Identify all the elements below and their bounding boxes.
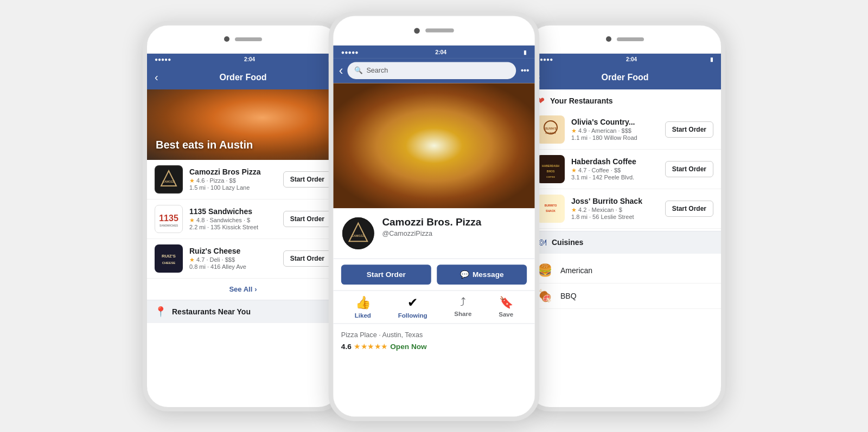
svg-text:1135: 1135 (159, 214, 178, 223)
restaurant-addr-ruiz: 0.8 mi · 416 Alley Ave (189, 263, 277, 270)
logo-ruiz: RUIZ'S CHEESE (155, 244, 183, 273)
restaurant-item-olivia: OLIVIA'S COUNTRY Olivia's Country... ★ 4… (529, 110, 721, 150)
restaurant-info-burrito: Joss' Burrito Shack ★ 4.2 · Mexican · $ … (571, 197, 659, 220)
more-button-center[interactable]: ••• (521, 66, 529, 75)
share-icon: ⤴ (460, 295, 466, 308)
cuisine-bbq[interactable]: 🍖 BBQ (529, 283, 721, 309)
svg-text:OLIVIA'S: OLIVIA'S (545, 127, 557, 130)
restaurant-meta-1135: ★ 4.8 · Sandwiches · $ (189, 217, 277, 224)
logo-olivia: OLIVIA'S COUNTRY (537, 115, 565, 144)
restaurants-near-you-section: 📍 Restaurants Near You (147, 300, 339, 323)
time-left: 2:04 (244, 56, 255, 62)
liked-icon: 👍 (355, 295, 371, 310)
hero-left: Best eats in Austin (147, 89, 339, 160)
start-order-camozzi[interactable]: Start Order (283, 171, 331, 188)
your-restaurants-label: Your Restaurants (550, 96, 613, 105)
start-order-ruiz[interactable]: Start Order (283, 250, 331, 267)
restaurant-name-ruiz: Ruiz's Cheese (189, 247, 277, 255)
restaurant-item-1135: 1135 SANDWICHES 1135 Sandwiches ★ 4.8 · … (147, 199, 339, 239)
start-order-olivia[interactable]: Start Order (665, 121, 713, 138)
pizza-footer: Pizza Place · Austin, Texas 4.6 ★★★★★ Op… (333, 324, 535, 357)
nav-bar-right: ‹ Order Food (529, 66, 721, 89)
nav-title-right: Order Food (601, 73, 648, 82)
message-button-center[interactable]: 💬 Message (437, 265, 527, 285)
restaurant-info-olivia: Olivia's Country... ★ 4.9 · American · $… (571, 118, 659, 141)
restaurant-info-1135: 1135 Sandwiches ★ 4.8 · Sandwiches · $ 2… (189, 207, 277, 230)
status-bar-left: ●●●●● 2:04 ▮ (147, 54, 339, 66)
phone-right: ●●●●● 2:04 ▮ ‹ Order Food ❤ Your Restaur… (525, 21, 725, 411)
restaurant-meta-haberdash: ★ 4.7 · Coffee · $$ (571, 167, 659, 174)
restaurant-addr-camozzi: 1.5 mi · 100 Lazy Lane (189, 184, 277, 191)
back-button-center[interactable]: ‹ (339, 63, 343, 78)
following-button[interactable]: ✔ Following (398, 295, 427, 318)
liked-button[interactable]: 👍 Liked (355, 295, 371, 318)
hero-text-left: Best eats in Austin (156, 139, 253, 151)
time-center: 2:04 (435, 48, 446, 55)
following-label: Following (398, 312, 427, 319)
share-button[interactable]: ⤴ Share (454, 295, 471, 318)
restaurant-name-1135: 1135 Sandwiches (189, 207, 277, 216)
cuisine-american[interactable]: 🍔 American (529, 258, 721, 283)
action-buttons-center: Start Order 💬 Message (333, 259, 535, 291)
speaker-center (425, 28, 454, 32)
search-bar-center[interactable]: 🔍 Search (348, 62, 516, 79)
restaurant-info-ruiz: Ruiz's Cheese ★ 4.7 · Deli · $$$ 0.8 mi … (189, 247, 277, 270)
time-right: 2:04 (626, 56, 637, 62)
restaurant-name-olivia: Olivia's Country... (571, 118, 659, 126)
pizza-info: Camozzi Bros. Pizza @CamozziPizza (382, 216, 481, 237)
see-all-button[interactable]: See All › (147, 279, 339, 300)
status-bar-right: ●●●●● 2:04 ▮ (529, 54, 721, 66)
restaurant-meta-ruiz: ★ 4.7 · Deli · $$$ (189, 256, 277, 263)
pizza-visual (333, 83, 535, 208)
restaurant-addr-1135: 2.2 mi · 135 Kissick Street (189, 224, 277, 230)
reaction-bar: 👍 Liked ✔ Following ⤴ Share 🔖 Save (333, 291, 535, 324)
battery-right: ▮ (710, 56, 713, 62)
logo-burrito: BURRITO SHACK (537, 195, 565, 223)
bbq-label: BBQ (560, 292, 577, 300)
camera-left (224, 36, 229, 42)
restaurant-name-haberdash: Haberdash Coffee (571, 157, 659, 166)
svg-text:BURRITO: BURRITO (545, 204, 557, 207)
restaurant-addr-haberdash: 3.1 mi · 142 Peele Blvd. (571, 174, 659, 180)
start-order-burrito[interactable]: Start Order (665, 201, 713, 217)
camera-right (606, 36, 611, 42)
phone-center: ●●●●● 2:04 ▮ ‹ 🔍 Search ••• (329, 11, 540, 421)
start-order-center-button[interactable]: Start Order (341, 265, 431, 285)
restaurant-name-camozzi: Camozzi Bros Pizza (189, 167, 277, 176)
cuisines-label: Cuisines (552, 238, 583, 247)
nav-bar-left: ‹ Order Food (147, 66, 339, 89)
scene: ●●●●● 2:04 ▮ ‹ Order Food Best eats in A… (0, 0, 868, 432)
save-button[interactable]: 🔖 Save (499, 295, 513, 318)
search-label: Search (366, 66, 388, 74)
screen-left: ●●●●● 2:04 ▮ ‹ Order Food Best eats in A… (147, 54, 339, 407)
pizza-logo: CAMOZZI (341, 216, 375, 250)
svg-text:CHEESE: CHEESE (162, 261, 176, 265)
phone-top-right (529, 25, 721, 54)
start-order-1135[interactable]: Start Order (283, 211, 331, 227)
svg-rect-20 (538, 196, 564, 222)
back-button-left[interactable]: ‹ (155, 71, 158, 83)
screen-center: ●●●●● 2:04 ▮ ‹ 🔍 Search ••• (333, 46, 535, 417)
svg-text:SANDWICHES: SANDWICHES (159, 224, 178, 227)
logo-camozzi: CAMOZZI (155, 165, 183, 194)
your-restaurants-list: OLIVIA'S COUNTRY Olivia's Country... ★ 4… (529, 110, 721, 229)
restaurant-list-left: CAMOZZI Camozzi Bros Pizza ★ 4.6 · Pizza… (147, 160, 339, 323)
signal-center: ●●●●● (341, 48, 359, 55)
restaurant-item-haberdash: HABERDASH BROS COFFEE Haberdash Coffee ★… (529, 150, 721, 189)
cuisines-list: 🍔 American 🍖 BBQ (529, 254, 721, 313)
following-icon: ✔ (407, 295, 418, 310)
section-header-text: Restaurants Near You (172, 307, 251, 316)
svg-text:BROS: BROS (547, 170, 555, 173)
restaurant-meta-burrito: ★ 4.2 · Mexican · $ (571, 207, 659, 214)
svg-rect-6 (156, 246, 182, 272)
pizza-handle: @CamozziPizza (382, 229, 481, 237)
svg-text:CAMOZZI: CAMOZZI (352, 234, 365, 237)
liked-label: Liked (355, 312, 371, 319)
start-order-haberdash[interactable]: Start Order (665, 161, 713, 177)
restaurant-info-haberdash: Haberdash Coffee ★ 4.7 · Coffee · $$ 3.1… (571, 157, 659, 180)
restaurant-item-ruiz: RUIZ'S CHEESE Ruiz's Cheese ★ 4.7 · Deli… (147, 239, 339, 279)
pizza-rating: 4.6 ★★★★★ Open Now (341, 342, 527, 351)
svg-text:CAMOZZI: CAMOZZI (163, 180, 175, 183)
pizza-restaurant-name: Camozzi Bros. Pizza (382, 216, 481, 228)
restaurant-item-burrito: BURRITO SHACK Joss' Burrito Shack ★ 4.2 … (529, 189, 721, 229)
